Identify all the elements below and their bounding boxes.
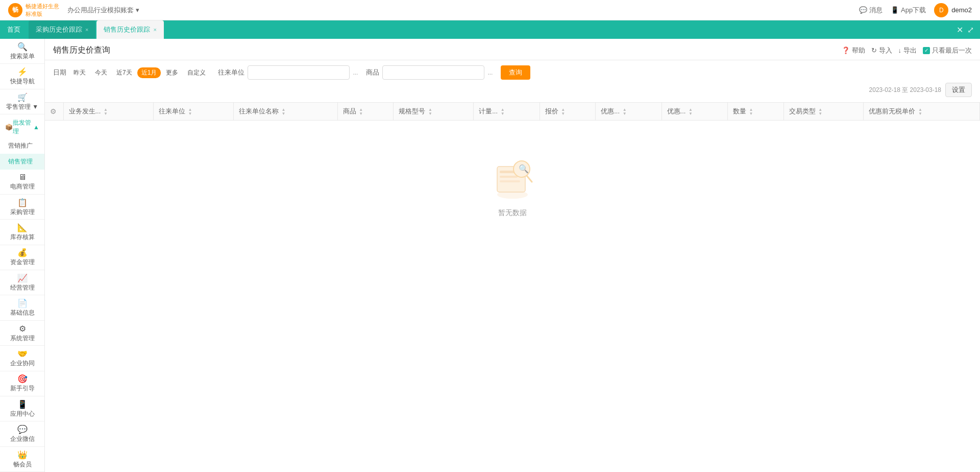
sidebar-item-new-guide[interactable]: 🎯 新手引导 [0, 371, 44, 396]
goods-label: 商品 [366, 68, 379, 77]
close-all-tabs-button[interactable]: ✕ [957, 25, 963, 35]
th-partner-code[interactable]: 往来单位 ▲▼ [153, 103, 233, 121]
th-discount2[interactable]: 优惠... ▲▼ [662, 103, 727, 121]
sidebar-item-operations[interactable]: 📈 经营管理 [0, 270, 44, 295]
tab-bar-actions: ✕ ⤢ [957, 25, 980, 35]
sidebar-item-search-menu[interactable]: 🔍 搜索菜单 [0, 39, 44, 64]
username: demo2 [951, 6, 972, 14]
th-partner-name-label: 往来单位名称 [239, 107, 279, 115]
maximize-button[interactable]: ⤢ [967, 25, 974, 35]
only-last-toggle[interactable]: ✓ 只看最后一次 [923, 46, 972, 55]
th-quantity[interactable]: 数量 ▲▼ [727, 103, 783, 121]
goods-dots-button[interactable]: ... [487, 69, 493, 76]
th-discount1-label: 优惠... [601, 107, 620, 115]
th-pre-tax-price[interactable]: 优惠前无税单价 ▲▼ [864, 103, 980, 121]
sidebar-item-retail[interactable]: 🛒 零售管理 ▼ [0, 89, 44, 114]
th-biz-date-label: 业务发生... [69, 107, 101, 115]
sidebar-item-ecommerce[interactable]: 🖥 电商管理 [0, 170, 44, 195]
close-tab-purchase[interactable]: × [85, 27, 88, 33]
system-icon: ⚙ [19, 324, 26, 334]
th-goods[interactable]: 商品 ▲▼ [337, 103, 394, 121]
sidebar-item-member[interactable]: 👑 畅会员 [0, 447, 44, 472]
app-selector[interactable]: 办公用品行业模拟账套 ▾ [63, 4, 143, 17]
th-spec[interactable]: 规格型号 ▲▼ [394, 103, 474, 121]
sidebar-item-enterprise-collab[interactable]: 🤝 企业协同 [0, 346, 44, 371]
logo-icon: 畅 [8, 3, 22, 17]
sidebar-item-finance[interactable]: 💰 资金管理 [0, 245, 44, 270]
sort-icon-pre-tax-price: ▲▼ [918, 108, 922, 116]
sort-icon-partner-code: ▲▼ [188, 108, 192, 116]
th-trade-type-label: 交易类型 [789, 107, 816, 115]
guide-icon: 🎯 [17, 374, 28, 384]
date-pill-yesterday[interactable]: 昨天 [69, 67, 90, 78]
date-pill-custom[interactable]: 自定义 [183, 67, 210, 78]
tab-home[interactable]: 首页 [0, 20, 28, 39]
gear-icon: ⚙ [50, 107, 57, 115]
close-tab-sales[interactable]: × [153, 27, 156, 33]
sidebar-item-quick-nav[interactable]: ⚡ 快捷导航 [0, 64, 44, 89]
finance-icon: 💰 [17, 248, 28, 257]
th-settings[interactable]: ⚙ [45, 103, 63, 121]
goods-input[interactable] [382, 65, 484, 80]
content-area: 销售历史价查询 ❓ 帮助 ↻ 导入 ↓ 导出 ✓ [45, 39, 980, 472]
sidebar-item-marketing[interactable]: 营销推广 [0, 138, 44, 154]
partner-dots-button[interactable]: ... [353, 69, 358, 76]
sort-icon-discount2: ▲▼ [689, 108, 693, 116]
sales-history-tab-label: 销售历史价跟踪 [104, 25, 150, 34]
logo-text: 畅捷通好生意 标准版 [26, 3, 59, 17]
sidebar-label-inventory: 库存核算 [10, 233, 35, 242]
ecommerce-icon: 🖥 [18, 173, 27, 182]
tab-sales-history[interactable]: 销售历史价跟踪 × [96, 20, 163, 39]
sort-icon-goods: ▲▼ [359, 108, 363, 116]
sidebar-item-enterprise-wechat[interactable]: 💬 企业微信 [0, 421, 44, 446]
home-tab-label: 首页 [7, 25, 20, 34]
sidebar-item-system[interactable]: ⚙ 系统管理 [0, 321, 44, 346]
inventory-icon: 📐 [17, 223, 28, 232]
th-quantity-label: 数量 [733, 107, 746, 115]
sidebar-label-system: 系统管理 [10, 335, 35, 343]
th-trade-type[interactable]: 交易类型 ▲▼ [783, 103, 864, 121]
message-icon: 💬 [859, 6, 867, 14]
sidebar-item-wholesale[interactable]: 📦 批发管理 ▲ [0, 114, 44, 138]
date-pill-today[interactable]: 今天 [91, 67, 111, 78]
sidebar-item-inventory[interactable]: 📐 库存核算 [0, 220, 44, 245]
date-pill-7days[interactable]: 近7天 [112, 67, 136, 78]
th-biz-date[interactable]: 业务发生... ▲▼ [63, 103, 153, 121]
tab-bar: 首页 采购历史价跟踪 × 销售历史价跟踪 × ✕ ⤢ [0, 20, 980, 39]
settings-button[interactable]: 设置 [945, 83, 972, 97]
export-button[interactable]: ↓ 导出 [898, 46, 917, 55]
partner-input[interactable] [248, 65, 350, 80]
query-button[interactable]: 查询 [501, 65, 530, 80]
sidebar-item-basic-info[interactable]: 📄 基础信息 [0, 295, 44, 320]
header-left: 畅 畅捷通好生意 标准版 办公用品行业模拟账套 ▾ [8, 3, 143, 17]
sort-icon-quote: ▲▼ [561, 108, 565, 116]
app-download-button[interactable]: 📱 App下载 [891, 6, 926, 15]
help-button[interactable]: ❓ 帮助 [842, 46, 865, 55]
user-area[interactable]: D demo2 [934, 3, 972, 17]
date-pill-more[interactable]: 更多 [162, 67, 182, 78]
page-title: 销售历史价查询 [53, 45, 110, 56]
th-quote-label: 报价 [545, 107, 558, 115]
import-button[interactable]: ↻ 导入 [871, 46, 892, 55]
download-icon: 📱 [891, 6, 899, 14]
svg-rect-3 [500, 176, 518, 178]
tab-purchase-history[interactable]: 采购历史价跟踪 × [29, 20, 95, 39]
th-partner-name[interactable]: 往来单位名称 ▲▼ [233, 103, 337, 121]
app-center-icon: 📱 [17, 399, 28, 409]
th-unit[interactable]: 计量... ▲▼ [474, 103, 540, 121]
th-spec-label: 规格型号 [399, 107, 425, 115]
svg-text:🔍: 🔍 [519, 164, 529, 174]
th-quote[interactable]: 报价 ▲▼ [540, 103, 596, 121]
search-icon: 🔍 [17, 42, 28, 52]
sidebar-item-app-center[interactable]: 📱 应用中心 [0, 396, 44, 421]
date-pill-1month[interactable]: 近1月 [137, 67, 161, 78]
th-discount2-label: 优惠... [667, 107, 686, 115]
message-button[interactable]: 💬 消息 [859, 6, 883, 15]
filter-second-row: 2023-02-18 至 2023-03-18 设置 [53, 83, 972, 97]
sidebar-item-sales-mgmt[interactable]: 销售管理 [0, 154, 44, 170]
th-goods-label: 商品 [343, 107, 356, 115]
th-discount1[interactable]: 优惠... ▲▼ [596, 103, 662, 121]
page-content: 销售历史价查询 ❓ 帮助 ↻ 导入 ↓ 导出 ✓ [45, 39, 980, 472]
sidebar-item-purchase[interactable]: 📋 采购管理 [0, 195, 44, 220]
sidebar-label-enterprise-collab: 企业协同 [10, 360, 35, 368]
